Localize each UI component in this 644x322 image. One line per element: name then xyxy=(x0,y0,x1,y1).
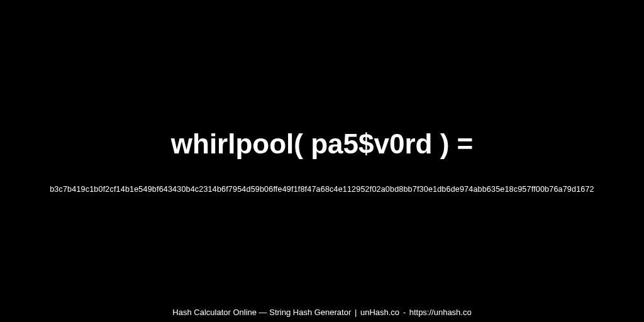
footer-brand: unHash.co xyxy=(360,308,399,317)
hash-expression-heading: whirlpool( pa5$v0rd ) = xyxy=(0,128,644,160)
footer-separator: - xyxy=(403,308,406,317)
hash-output: b3c7b419c1b0f2cf14b1e549bf643430b4c2314b… xyxy=(0,185,644,194)
footer-url[interactable]: https://unhash.co xyxy=(409,308,472,317)
footer-separator: | xyxy=(355,308,357,317)
footer: Hash Calculator Online — String Hash Gen… xyxy=(0,308,644,317)
footer-title: Hash Calculator Online — String Hash Gen… xyxy=(172,308,351,317)
main-content: whirlpool( pa5$v0rd ) = b3c7b419c1b0f2cf… xyxy=(0,128,644,194)
